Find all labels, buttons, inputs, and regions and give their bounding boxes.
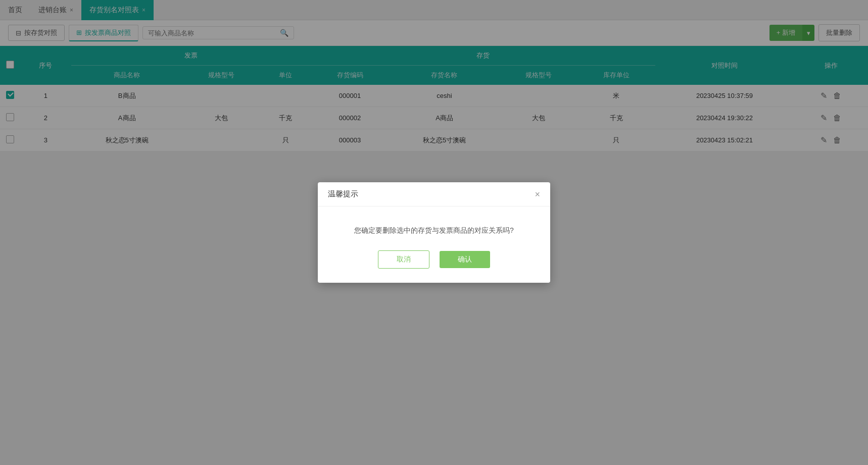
modal-overlay: 温馨提示 × 您确定要删除选中的存货与发票商品的对应关系吗? 取消 确认 bbox=[0, 0, 868, 151]
